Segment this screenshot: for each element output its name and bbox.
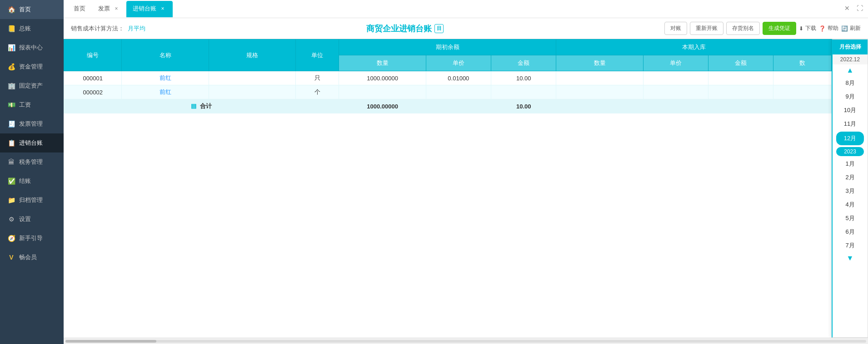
total-extra [773, 99, 832, 113]
th-in-extra: 数 [773, 55, 832, 71]
page-title: 商贸企业进销台账 [366, 23, 432, 34]
scrollbar-thumb[interactable] [65, 340, 156, 343]
th-code: 编号 [64, 39, 122, 71]
tab-purchase-sales-label: 进销台账 [133, 5, 156, 13]
total-in-price [643, 99, 708, 113]
sidebar-item-assets[interactable]: 🏢 固定资产 [0, 76, 64, 95]
cell-in-amount-1 [708, 71, 773, 85]
download-button[interactable]: ⬇ 下载 [799, 25, 816, 32]
month-item-3[interactable]: 3月 [833, 184, 868, 198]
title-doc-icon[interactable]: 目 [434, 24, 444, 33]
cell-in-amount-2 [708, 85, 773, 99]
month-panel-title: 月份选择 [833, 39, 868, 54]
maximize-button[interactable]: ⛶ [855, 4, 864, 13]
window-controls: ✕ ⛶ [843, 4, 864, 13]
total-icon: ▤ [191, 103, 196, 109]
month-item-1[interactable]: 1月 [833, 157, 868, 171]
sidebar-label-purchase-sales: 进销台账 [19, 139, 43, 147]
th-qc-qty: 数量 [339, 55, 426, 71]
total-label: 合计 [200, 103, 212, 109]
tab-bar: 首页 发票 × 进销台账 × [64, 0, 868, 18]
sidebar-item-purchase-sales[interactable]: 📋 进销台账 [0, 133, 64, 152]
cell-unit-1: 只 [295, 71, 339, 85]
month-item-9[interactable]: 9月 [833, 90, 868, 103]
total-label-cell: ▤ 合计 [64, 99, 339, 113]
sidebar-label-settlement: 结账 [19, 177, 31, 185]
total-qc-price [426, 99, 491, 113]
th-in-qty: 数量 [556, 55, 643, 71]
generate-voucher-button[interactable]: 生成凭证 [763, 22, 796, 35]
tab-purchase-sales-close[interactable]: × [159, 5, 166, 12]
data-table: 编号 名称 规格 单位 期初余额 本期入库 数量 单价 金额 数量 [64, 39, 832, 113]
cell-code-2: 000002 [64, 85, 122, 99]
total-qc-amount: 10.00 [491, 99, 556, 113]
month-item-7[interactable]: 7月 [833, 239, 868, 252]
settlement-icon: ✅ [7, 177, 15, 185]
save-alias-button[interactable]: 存货别名 [726, 22, 760, 35]
sidebar-item-home[interactable]: 🏠 首页 [0, 0, 64, 19]
archive-icon: 📁 [7, 196, 15, 204]
th-qc-amount: 金额 [491, 55, 556, 71]
refresh-label: 刷新 [850, 25, 861, 32]
cell-qc-qty-2 [339, 85, 426, 99]
close-button[interactable]: ✕ [843, 4, 852, 13]
sidebar-item-ledger[interactable]: 📒 总账 [0, 19, 64, 38]
home-icon: 🏠 [7, 5, 15, 14]
cell-code-1: 000001 [64, 71, 122, 85]
tab-invoice-close[interactable]: × [113, 5, 120, 12]
month-item-8[interactable]: 8月 [833, 76, 868, 90]
help-button[interactable]: ❓ 帮助 [819, 25, 838, 32]
payroll-icon: 💵 [7, 101, 15, 109]
sidebar-item-member[interactable]: V 畅会员 [0, 248, 64, 267]
cell-in-price-1 [643, 71, 708, 85]
cost-method-value: 月平均 [128, 25, 145, 33]
month-item-6[interactable]: 6月 [833, 225, 868, 239]
month-item-12[interactable]: 12月 [836, 132, 864, 145]
cell-name-2: 前红 [122, 85, 209, 99]
total-in-amount [708, 99, 773, 113]
sidebar-label-invoice-mgmt: 发票管理 [19, 120, 43, 128]
tab-purchase-sales[interactable]: 进销台账 × [126, 1, 173, 17]
reopen-button[interactable]: 重新开账 [690, 22, 723, 35]
sidebar-item-settlement[interactable]: ✅ 结账 [0, 172, 64, 191]
sidebar-label-ledger: 总账 [19, 25, 31, 33]
guide-icon: 🧭 [7, 234, 15, 242]
tab-invoice-label: 发票 [98, 5, 110, 13]
purchase-sales-icon: 📋 [7, 139, 15, 147]
sidebar-item-reports[interactable]: 📊 报表中心 [0, 38, 64, 57]
cell-in-extra-2 [773, 85, 832, 99]
th-qc-price: 单价 [426, 55, 491, 71]
month-scroll-up[interactable]: ▲ [833, 64, 868, 76]
cell-in-qty-1 [556, 71, 643, 85]
month-scroll-down[interactable]: ▼ [833, 252, 868, 264]
reconcile-button[interactable]: 对账 [664, 22, 687, 35]
refresh-button[interactable]: 🔄 刷新 [841, 25, 861, 32]
sidebar-item-guide[interactable]: 🧭 新手引导 [0, 229, 64, 248]
help-label: 帮助 [828, 25, 838, 32]
download-label: 下载 [805, 25, 816, 32]
cell-spec-1 [209, 71, 295, 85]
table-row: 000002 前红 个 [64, 85, 832, 99]
month-item-5[interactable]: 5月 [833, 211, 868, 225]
sidebar-item-invoice-mgmt[interactable]: 🧾 发票管理 [0, 114, 64, 133]
month-item-10[interactable]: 10月 [833, 103, 868, 117]
cell-in-price-2 [643, 85, 708, 99]
sidebar-item-tax[interactable]: 🏛 税务管理 [0, 152, 64, 172]
sidebar-label-payroll: 工资 [19, 101, 31, 109]
table-container: 编号 名称 规格 单位 期初余额 本期入库 数量 单价 金额 数量 [64, 39, 832, 338]
month-item-11[interactable]: 11月 [833, 117, 868, 131]
sidebar-item-finance[interactable]: 💰 资金管理 [0, 57, 64, 76]
sidebar-item-payroll[interactable]: 💵 工资 [0, 95, 64, 114]
month-item-4[interactable]: 4月 [833, 198, 868, 211]
tab-home[interactable]: 首页 [67, 1, 92, 17]
bottom-scrollbar[interactable] [64, 338, 868, 344]
tab-invoice[interactable]: 发票 × [92, 1, 126, 17]
cell-spec-2 [209, 85, 295, 99]
sidebar-label-assets: 固定资产 [19, 82, 43, 90]
sidebar-item-archive[interactable]: 📁 归档管理 [0, 191, 64, 210]
month-item-2[interactable]: 2月 [833, 171, 868, 184]
sidebar-item-settings[interactable]: ⚙ 设置 [0, 210, 64, 229]
toolbar: 对账 重新开账 存货别名 生成凭证 ⬇ 下载 ❓ 帮助 🔄 刷新 [664, 22, 861, 35]
cell-qc-amount-2 [491, 85, 556, 99]
month-panel-year-2022: 2022.12 [833, 54, 868, 64]
